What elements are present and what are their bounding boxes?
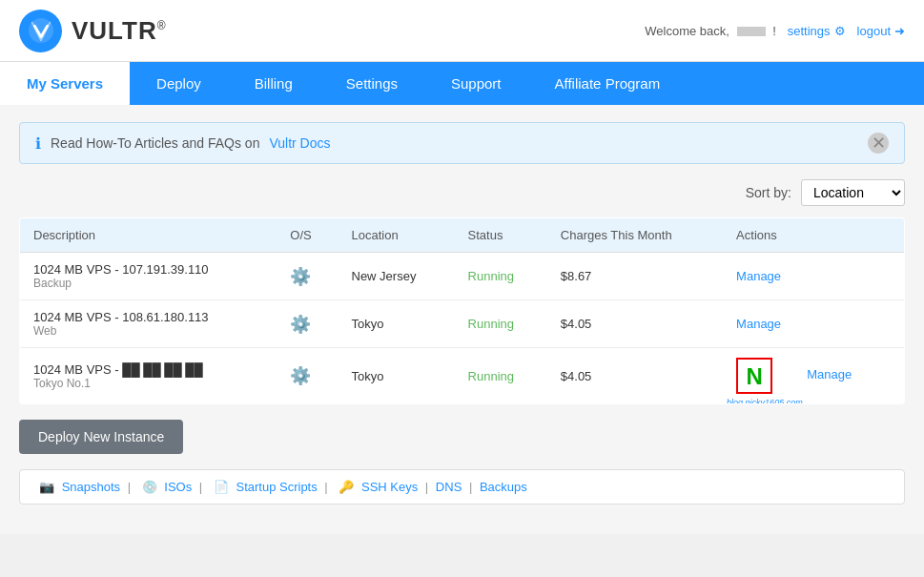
nav-item-deploy[interactable]: Deploy [130,62,228,105]
col-location: Location [339,218,455,253]
server-location: Tokyo [339,348,455,404]
server-actions: N blog.nicky1605.com Manage [723,348,904,404]
close-banner-button[interactable]: ✕ [868,133,889,154]
watermark-text: blog.nicky1605.com [727,398,803,404]
ssh-keys-icon: 🔑 [339,480,354,494]
startup-scripts-icon: 📄 [214,480,229,494]
table-row: 1024 MB VPS - ██ ██ ██ ██Tokyo No.1⚙️Tok… [20,348,905,404]
startup-scripts-link[interactable]: Startup Scripts [236,480,317,494]
server-description: 1024 MB VPS - 108.61.180.113Web [20,300,277,348]
server-status: Running [455,348,547,404]
server-description: 1024 MB VPS - ██ ██ ██ ██Tokyo No.1 [20,348,277,404]
servers-tbody: 1024 MB VPS - 107.191.39.110Backup⚙️New … [20,253,905,404]
isos-icon: 💿 [142,480,157,494]
logo-name: VULTR [72,16,157,45]
server-os: ⚙️ [277,253,338,300]
server-os: ⚙️ [277,300,338,348]
gear-icon: ⚙ [834,24,846,38]
server-charges: $4.05 [547,348,723,404]
vultr-docs-link[interactable]: Vultr Docs [269,135,330,151]
server-location: Tokyo [339,300,455,348]
manage-link[interactable]: Manage [736,317,781,331]
server-status: Running [455,300,547,348]
table-row: 1024 MB VPS - 107.191.39.110Backup⚙️New … [20,253,905,300]
header-right: Welcome back, ! settings ⚙ logout ➜ [645,24,905,38]
manage-link[interactable]: Manage [736,269,781,283]
logo-reg: ® [157,19,167,32]
servers-table: Description O/S Location Status Charges … [19,217,905,404]
logout-icon: ➜ [894,24,905,38]
isos-link[interactable]: ISOs [164,480,192,494]
dns-link[interactable]: DNS [436,480,462,494]
server-location: New Jersey [339,253,455,300]
header: VULTR® Welcome back, ! settings ⚙ logout… [0,0,924,62]
ssh-keys-link[interactable]: SSH Keys [361,480,418,494]
deploy-new-instance-button[interactable]: Deploy New Instance [19,420,183,454]
server-status: Running [455,253,547,300]
os-icon: ⚙️ [290,314,311,335]
vultr-logo-icon [19,10,62,52]
info-banner: ℹ Read How-To Articles and FAQs on Vultr… [19,122,905,164]
snapshots-icon: 📷 [39,480,54,494]
main-content: ℹ Read How-To Articles and FAQs on Vultr… [0,105,924,534]
nav-item-affiliate[interactable]: Affiliate Program [528,62,688,105]
sort-label: Sort by: [746,185,791,200]
info-icon: ℹ [35,134,41,153]
footer-links: 📷 Snapshots | 💿 ISOs | 📄 Startup Scripts… [19,469,905,505]
table-row: 1024 MB VPS - 108.61.180.113Web⚙️TokyoRu… [20,300,905,348]
watermark-container: N blog.nicky1605.com [736,358,772,394]
n-logo: N [736,358,772,394]
snapshots-link[interactable]: Snapshots [62,480,120,494]
os-icon: ⚙️ [290,365,311,386]
nav-item-support[interactable]: Support [424,62,528,105]
col-charges: Charges This Month [547,218,723,253]
os-icon: ⚙️ [290,266,311,287]
manage-link[interactable]: Manage [807,367,852,381]
col-description: Description [20,218,277,253]
nav-item-billing[interactable]: Billing [228,62,319,105]
logo-area: VULTR® [19,10,167,52]
sort-area: Sort by: Location Description Status Cha… [19,179,905,206]
nav: My Servers Deploy Billing Settings Suppo… [0,62,924,105]
server-actions: Manage [723,300,904,348]
col-actions: Actions [723,218,904,253]
server-charges: $8.67 [547,253,723,300]
sort-select[interactable]: Location Description Status Charges [801,179,905,206]
server-os: ⚙️ [277,348,338,404]
nav-item-my-servers[interactable]: My Servers [0,62,130,105]
settings-link[interactable]: settings ⚙ [788,24,846,38]
server-charges: $4.05 [547,300,723,348]
logout-link[interactable]: logout ➜ [857,24,905,38]
backups-link[interactable]: Backups [480,480,527,494]
logo-text: VULTR® [72,16,167,46]
welcome-text: Welcome back, ! [645,24,776,38]
col-status: Status [455,218,547,253]
server-description: 1024 MB VPS - 107.191.39.110Backup [20,253,277,300]
nav-item-settings[interactable]: Settings [319,62,424,105]
col-os: O/S [277,218,338,253]
server-actions: Manage [723,253,904,300]
banner-text: Read How-To Articles and FAQs on [51,135,259,151]
